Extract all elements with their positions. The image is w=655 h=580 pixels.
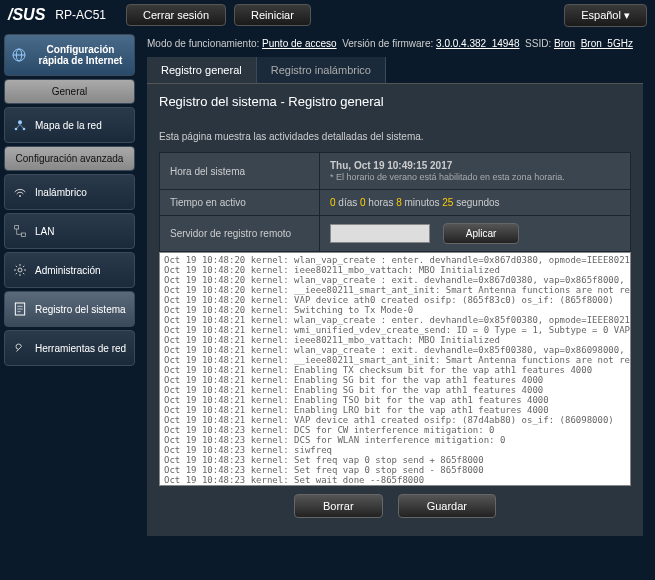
- system-time-value: Thu, Oct 19 10:49:15 2017 * El horario d…: [320, 153, 631, 190]
- lan-icon: [11, 222, 29, 240]
- svg-point-8: [19, 195, 21, 197]
- nav-section-general: General: [4, 79, 135, 104]
- table-row: Tiempo en activo 0 días 0 horas 8 minuto…: [160, 190, 631, 216]
- model-label: RP-AC51: [55, 8, 106, 22]
- sidebar: Configuración rápida de Internet General…: [0, 30, 135, 580]
- logout-button[interactable]: Cerrar sesión: [126, 4, 226, 26]
- mode-link[interactable]: Punto de acceso: [262, 38, 337, 49]
- brand-logo: /SUS: [8, 6, 45, 24]
- nav-network-map[interactable]: Mapa de la red: [4, 107, 135, 143]
- log-output[interactable]: Oct 19 10:48:20 kernel: wlan_vap_create …: [159, 252, 631, 486]
- table-row: Hora del sistema Thu, Oct 19 10:49:15 20…: [160, 153, 631, 190]
- nav-label: Inalámbrico: [35, 187, 87, 198]
- nav-wireless[interactable]: Inalámbrico: [4, 174, 135, 210]
- remote-log-input[interactable]: [330, 224, 430, 243]
- tabs: Registro general Registro inalámbrico: [147, 57, 643, 84]
- globe-icon: [11, 46, 27, 64]
- page-title: Registro del sistema - Registro general: [159, 94, 631, 119]
- ssid1-link[interactable]: Bron: [554, 38, 575, 49]
- info-bar: Modo de funcionamiento: Punto de acceso …: [147, 38, 643, 49]
- main-content: Modo de funcionamiento: Punto de acceso …: [135, 30, 655, 580]
- ssid2-link[interactable]: Bron_5GHz: [581, 38, 633, 49]
- firmware-link[interactable]: 3.0.0.4.382_14948: [436, 38, 519, 49]
- uptime-label: Tiempo en activo: [160, 190, 320, 216]
- clear-button[interactable]: Borrar: [294, 494, 383, 518]
- system-time-label: Hora del sistema: [160, 153, 320, 190]
- svg-point-11: [18, 268, 22, 272]
- uptime-value: 0 días 0 horas 8 minutos 25 segundos: [320, 190, 631, 216]
- svg-point-6: [15, 128, 18, 131]
- log-icon: [11, 300, 29, 318]
- wifi-icon: [11, 183, 29, 201]
- table-row: Servidor de registro remoto Aplicar: [160, 216, 631, 252]
- apply-button[interactable]: Aplicar: [443, 223, 520, 244]
- nav-label: Administración: [35, 265, 101, 276]
- nav-section-advanced: Configuración avanzada: [4, 146, 135, 171]
- map-icon: [11, 116, 29, 134]
- system-info-table: Hora del sistema Thu, Oct 19 10:49:15 20…: [159, 152, 631, 252]
- nav-label: LAN: [35, 226, 54, 237]
- nav-network-tools[interactable]: Herramientas de red: [4, 330, 135, 366]
- nav-lan[interactable]: LAN: [4, 213, 135, 249]
- top-header: /SUS RP-AC51 Cerrar sesión Reiniciar Esp…: [0, 0, 655, 30]
- svg-rect-10: [21, 233, 25, 236]
- reboot-button[interactable]: Reiniciar: [234, 4, 311, 26]
- gear-icon: [11, 261, 29, 279]
- tab-wireless-log[interactable]: Registro inalámbrico: [257, 57, 386, 83]
- svg-point-7: [23, 128, 26, 131]
- save-button[interactable]: Guardar: [398, 494, 496, 518]
- svg-rect-9: [15, 226, 19, 229]
- nav-label: Configuración rápida de Internet: [33, 44, 128, 66]
- page-description: Esta página muestra las actividades deta…: [159, 131, 631, 142]
- nav-system-log[interactable]: Registro del sistema: [4, 291, 135, 327]
- nav-qis[interactable]: Configuración rápida de Internet: [4, 34, 135, 76]
- chevron-down-icon: ▾: [624, 9, 630, 21]
- tools-icon: [11, 339, 29, 357]
- svg-point-3: [18, 120, 22, 124]
- language-dropdown[interactable]: Español ▾: [564, 4, 647, 27]
- nav-label: Mapa de la red: [35, 120, 102, 131]
- nav-label: Registro del sistema: [35, 304, 126, 315]
- tab-general-log[interactable]: Registro general: [147, 57, 257, 83]
- remote-log-label: Servidor de registro remoto: [160, 216, 320, 252]
- nav-label: Herramientas de red: [35, 343, 126, 354]
- nav-administration[interactable]: Administración: [4, 252, 135, 288]
